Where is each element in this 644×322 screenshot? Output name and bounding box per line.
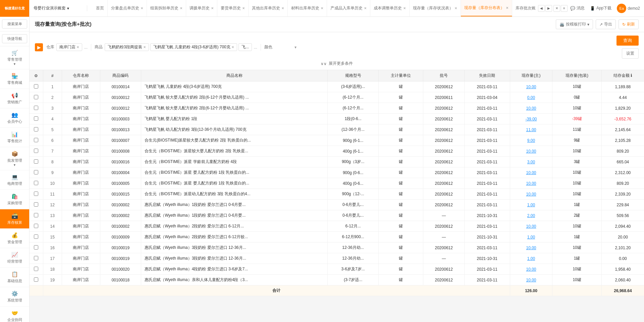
nav-tab-material-out-history[interactable]: 材料出库单历史✕ (288, 0, 327, 16)
row-checkbox-9[interactable] (34, 181, 38, 185)
warehouse-tag-close[interactable]: ✕ (76, 45, 79, 49)
tab-prev-arrow[interactable]: ◀ (538, 5, 545, 12)
qty-main-cell[interactable]: 1.00 (510, 200, 552, 210)
row-checkbox-1[interactable] (34, 95, 38, 99)
qty-main-cell[interactable]: 10.00 (510, 243, 552, 253)
row-checkbox-cell[interactable] (30, 124, 43, 135)
row-checkbox-cell[interactable] (30, 210, 43, 221)
user-profile[interactable]: Ea demo2 (617, 4, 640, 13)
sidebar-item-retail-stats[interactable]: 📊 零售统计 (0, 128, 29, 147)
row-checkbox-cell[interactable] (30, 167, 43, 178)
qty-main-cell[interactable]: -39.00 (510, 114, 552, 124)
sidebar-item-inventory[interactable]: 🗃️ 库存核算 (0, 209, 29, 229)
row-checkbox-cell[interactable] (30, 253, 43, 264)
qty-main-cell[interactable]: 10.00 (510, 221, 552, 232)
tab-close-cost-adjust-history[interactable]: ✕ (403, 6, 406, 10)
qty-main-cell[interactable]: 10.00 (510, 264, 552, 275)
row-checkbox-8[interactable] (34, 170, 38, 174)
row-checkbox-6[interactable] (34, 149, 38, 153)
qty-main-cell[interactable]: 11.00 (510, 124, 552, 135)
industry-selector[interactable]: 母婴行业演示账套 ▾ (34, 5, 87, 11)
qty-main-cell[interactable]: 10.00 (510, 275, 552, 285)
sidebar-item-operation[interactable]: 📈 经营管理 (0, 248, 29, 268)
qty-main-cell[interactable]: 10.00 (510, 103, 552, 114)
tab-close-split-history[interactable]: ✕ (141, 6, 143, 10)
tab-close-inventory-status[interactable]: ✕ (454, 6, 457, 10)
tab-close-unpack-history[interactable]: ✕ (180, 6, 182, 10)
row-checkbox-12[interactable] (34, 213, 38, 217)
settings-button[interactable]: 设置 (622, 48, 639, 59)
row-checkbox-0[interactable] (34, 84, 38, 89)
product-tag-close-0[interactable]: ✕ (143, 45, 146, 49)
row-checkbox-cell[interactable] (30, 82, 43, 92)
row-checkbox-3[interactable] (34, 116, 38, 121)
sidebar-item-basic[interactable]: 📋 基础信息 (0, 268, 29, 287)
tab-close-product-in-history[interactable]: ✕ (364, 6, 367, 10)
close-current-tab-button[interactable]: ✕ (553, 5, 560, 12)
qty-main-cell[interactable]: 1.00 (510, 232, 552, 243)
row-checkbox-cell[interactable] (30, 264, 43, 275)
product-tag-close-1[interactable]: ✕ (231, 45, 234, 49)
sidebar-item-system[interactable]: ⚙️ 系统管理 (0, 287, 29, 307)
row-checkbox-cell[interactable] (30, 157, 43, 167)
qty-main-cell[interactable]: 10.00 (510, 167, 552, 178)
row-checkbox-16[interactable] (34, 256, 38, 260)
tab-close-other-out-history[interactable]: ✕ (281, 6, 284, 10)
sidebar-item-wholesale[interactable]: 📦 批发管理 ▼ (0, 147, 29, 170)
print-button[interactable]: 🖨️ 按模板打印 ▾ (556, 19, 593, 29)
row-checkbox-2[interactable] (34, 106, 38, 110)
tab-close-inventory-dist[interactable]: ✕ (506, 6, 508, 10)
nav-tab-other-out-history[interactable]: 其他出库单历史✕ (249, 0, 288, 16)
nav-tab-product-in-history[interactable]: 产成品入库单历史✕ (327, 0, 370, 16)
row-checkbox-cell[interactable] (30, 103, 43, 114)
nav-tab-inventory-dist[interactable]: 现存量（库存分布表）✕ (461, 0, 512, 16)
qty-main-cell[interactable]: 3.00 (510, 157, 552, 167)
sidebar-item-enterprise[interactable]: 🤝 企业协同 (0, 307, 29, 322)
row-checkbox-cell[interactable] (30, 92, 43, 103)
qty-main-cell[interactable]: 10.00 (510, 146, 552, 157)
row-checkbox-cell[interactable] (30, 135, 43, 146)
sidebar-item-retail-shop[interactable]: 🏪 零售商城 (0, 69, 29, 89)
row-checkbox-cell[interactable] (30, 200, 43, 210)
sidebar-item-marketing[interactable]: 📢 营销推广 (0, 89, 29, 108)
app-download-button[interactable]: 📱 App下载 (590, 5, 611, 11)
qty-main-cell[interactable]: 1.00 (510, 253, 552, 264)
nav-tab-split-history[interactable]: 分量盘点单历史✕ (108, 0, 147, 16)
row-checkbox-11[interactable] (34, 202, 38, 207)
row-checkbox-7[interactable] (34, 159, 38, 164)
tab-close-mix-history[interactable]: ✕ (211, 6, 214, 10)
row-checkbox-cell[interactable] (30, 243, 43, 253)
row-checkbox-4[interactable] (34, 127, 38, 131)
filter-toggle-button[interactable]: ▶ (35, 43, 43, 51)
qty-main-cell[interactable]: 0.00 (510, 92, 552, 103)
sidebar-item-ecommerce[interactable]: 💻 电商管理 (0, 170, 29, 190)
nav-tab-require-history[interactable]: 要货单历史✕ (217, 0, 249, 16)
row-checkbox-cell[interactable] (30, 178, 43, 189)
nav-tab-home[interactable]: 首页 (93, 0, 108, 16)
row-checkbox-14[interactable] (34, 234, 38, 239)
sidebar-item-finance[interactable]: 💰 资金管理 (0, 229, 29, 248)
row-checkbox-cell[interactable] (30, 232, 43, 243)
qty-main-cell[interactable]: 2.00 (510, 210, 552, 221)
sidebar-item-purchase[interactable]: 🛍️ 采购管理 (0, 190, 29, 209)
col-header-settings[interactable]: ⚙ (30, 70, 43, 82)
warehouse-more-icon[interactable]: ... (84, 45, 88, 50)
nav-tab-cost-adjust-history[interactable]: 成本调整单历史✕ (370, 0, 410, 16)
row-checkbox-15[interactable] (34, 245, 38, 250)
qty-main-cell[interactable]: 10.00 (510, 82, 552, 92)
row-checkbox-cell[interactable] (30, 275, 43, 285)
row-checkbox-5[interactable] (34, 138, 38, 142)
product-more-icon[interactable]: ... (254, 45, 257, 50)
row-checkbox-10[interactable] (34, 192, 38, 196)
tab-close-require-history[interactable]: ✕ (242, 6, 245, 10)
nav-tab-inventory-status[interactable]: 现存量（库存状况表）✕ (410, 0, 461, 16)
nav-tab-unpack-history[interactable]: 组装拆卸单历史✕ (147, 0, 186, 16)
expand-conditions-button[interactable]: ∨∨ 展开更多条件 (321, 61, 353, 66)
sidebar-item-retail[interactable]: 🛒 零售管理 ▼ (0, 46, 29, 69)
row-checkbox-cell[interactable] (30, 146, 43, 157)
tab-next-arrow[interactable]: ▶ (545, 5, 552, 12)
nav-tab-batch-voucher[interactable]: 库存批次账✕ (512, 0, 537, 16)
row-checkbox-cell[interactable] (30, 189, 43, 200)
message-button[interactable]: 💬 消息 (570, 5, 585, 11)
row-checkbox-cell[interactable] (30, 114, 43, 124)
